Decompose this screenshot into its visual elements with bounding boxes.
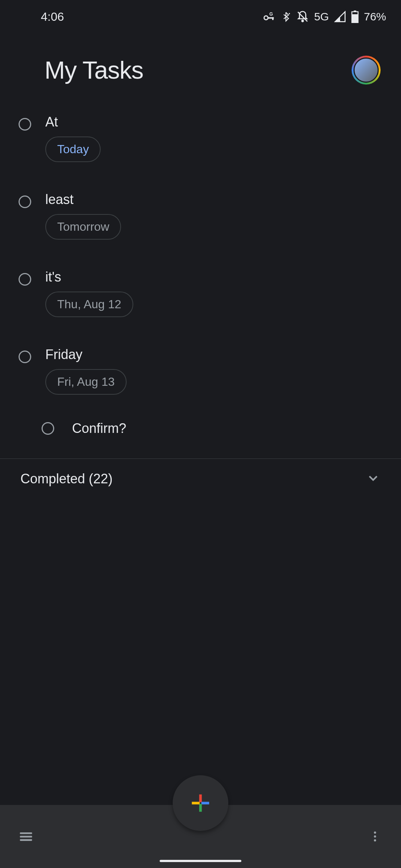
chevron-down-icon [366, 471, 381, 487]
task-checkbox[interactable] [42, 422, 54, 435]
task-title: Friday [45, 347, 382, 362]
task-item[interactable]: Friday Fri, Aug 13 [0, 339, 401, 402]
more-vert-icon [368, 830, 382, 843]
svg-point-5 [302, 20, 303, 22]
svg-rect-11 [201, 802, 209, 805]
svg-point-18 [374, 835, 376, 838]
svg-rect-15 [20, 836, 32, 838]
network-type: 5G [314, 10, 329, 23]
battery-percent: 76% [364, 10, 386, 23]
task-date-chip[interactable]: Fri, Aug 13 [45, 369, 127, 395]
menu-button[interactable] [15, 825, 37, 848]
completed-section[interactable]: Completed (22) [0, 459, 401, 499]
task-item[interactable]: At Today [0, 107, 401, 170]
bluetooth-icon [281, 11, 291, 23]
svg-rect-2 [272, 17, 274, 20]
svg-rect-14 [20, 832, 32, 834]
svg-point-19 [374, 839, 376, 842]
header: My Tasks [0, 33, 401, 99]
add-task-button[interactable] [173, 775, 228, 831]
task-title: it's [45, 269, 382, 285]
plus-icon [190, 793, 211, 813]
battery-icon [351, 10, 359, 23]
more-button[interactable] [364, 825, 386, 848]
svg-rect-9 [352, 14, 358, 23]
nav-indicator [160, 860, 241, 862]
status-icons: G 5G [262, 10, 386, 23]
subtask-title: Confirm? [72, 421, 126, 436]
subtask-item[interactable]: Confirm? [0, 413, 401, 444]
status-time: 4:06 [41, 10, 64, 24]
task-title: least [45, 192, 382, 207]
vpn-key-icon: G [262, 10, 276, 23]
hamburger-icon [18, 828, 34, 845]
svg-text:G: G [269, 11, 273, 17]
svg-point-0 [264, 16, 268, 20]
task-title: At [45, 114, 382, 130]
task-date-chip[interactable]: Thu, Aug 12 [45, 292, 133, 317]
task-list: At Today least Tomorrow it's Thu, Aug 12… [0, 99, 401, 451]
task-item[interactable]: least Tomorrow [0, 184, 401, 247]
svg-point-17 [374, 832, 376, 834]
svg-rect-12 [199, 804, 202, 812]
status-bar: 4:06 G 5G [0, 0, 401, 33]
completed-label: Completed (22) [20, 471, 113, 487]
page-title: My Tasks [45, 56, 143, 84]
notification-off-icon [296, 10, 309, 23]
task-date-chip[interactable]: Tomorrow [45, 214, 121, 240]
svg-rect-16 [20, 839, 32, 841]
task-item[interactable]: it's Thu, Aug 12 [0, 262, 401, 325]
task-checkbox[interactable] [19, 118, 31, 131]
signal-icon [334, 11, 346, 23]
svg-rect-13 [192, 802, 200, 805]
avatar[interactable] [352, 56, 381, 85]
task-checkbox[interactable] [19, 351, 31, 363]
task-checkbox[interactable] [19, 273, 31, 286]
task-checkbox[interactable] [19, 195, 31, 208]
svg-rect-10 [199, 795, 202, 802]
task-date-chip[interactable]: Today [45, 137, 101, 162]
svg-point-4 [289, 13, 290, 14]
